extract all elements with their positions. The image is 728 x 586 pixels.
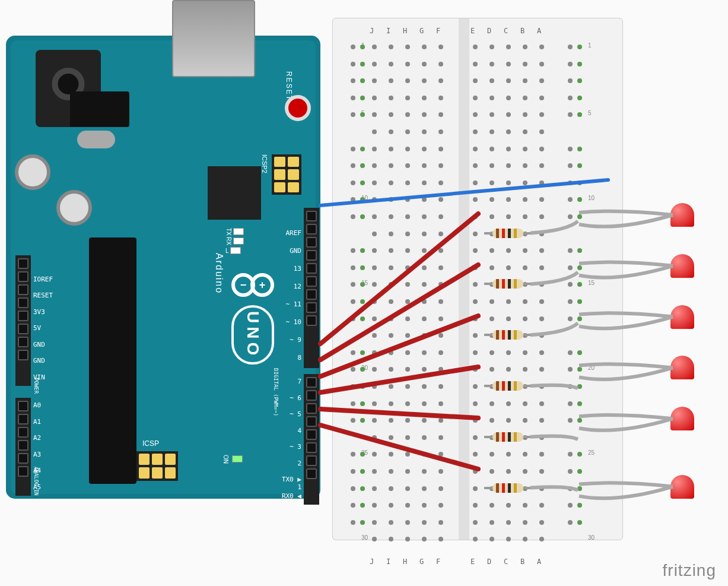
breadboard-hole [389, 367, 393, 372]
pin-hole [18, 453, 28, 464]
breadboard-hole [473, 350, 478, 355]
pin-label: A4 [33, 467, 41, 474]
breadboard-rail-hole [351, 45, 355, 49]
pin-hole [18, 350, 28, 360]
breadboard-rail-hole [568, 78, 573, 83]
breadboard-rail-hole [577, 197, 582, 202]
capacitor-1 [15, 154, 50, 190]
pin-label: ~ 11 [274, 300, 301, 308]
breadboard-hole [489, 96, 494, 100]
breadboard-rail-hole [568, 248, 573, 253]
breadboard-hole [523, 520, 527, 525]
breadboard-rail-hole [577, 486, 582, 491]
breadboard-col-label: B [520, 558, 524, 566]
breadboard-hole [422, 163, 427, 168]
pin-hole [306, 237, 317, 248]
breadboard-rail-hole [351, 163, 355, 168]
breadboard-hole [489, 45, 494, 49]
breadboard-hole [438, 78, 443, 83]
breadboard-hole [539, 163, 544, 168]
breadboard-hole [438, 180, 443, 185]
breadboard-rail-hole [360, 401, 365, 406]
breadboard-hole [438, 265, 443, 270]
breadboard-hole [473, 62, 478, 66]
breadboard-col-label: H [403, 558, 407, 566]
breadboard-hole [422, 384, 427, 389]
pin-label: 3V3 [33, 308, 45, 316]
breadboard-hole [438, 299, 443, 304]
breadboard-hole [539, 333, 544, 338]
reset-button[interactable] [285, 95, 311, 121]
breadboard-rail-hole [360, 96, 365, 100]
breadboard-hole [422, 469, 427, 474]
breadboard-rail-hole [351, 469, 355, 474]
breadboard-rail-hole [577, 45, 582, 49]
breadboard-hole [372, 62, 377, 66]
breadboard-hole [389, 333, 393, 338]
breadboard-hole [405, 333, 410, 338]
breadboard-hole [539, 232, 544, 236]
pin-label: IOREF [33, 275, 53, 283]
breadboard-hole [389, 418, 393, 423]
breadboard-hole [438, 45, 443, 49]
breadboard-hole [506, 248, 511, 253]
pin-label: 13 [274, 265, 301, 273]
breadboard-hole [422, 333, 427, 338]
breadboard-rail-hole [577, 265, 582, 270]
breadboard-hole [372, 163, 377, 168]
breadboard-rail-hole [351, 299, 355, 304]
breadboard-hole [422, 147, 427, 151]
breadboard-rail-hole [360, 45, 365, 49]
breadboard-hole [372, 486, 377, 491]
breadboard-hole [489, 78, 494, 83]
breadboard-row-num: 5 [588, 110, 592, 116]
breadboard-col-label: J [370, 558, 374, 566]
breadboard-hole [422, 112, 427, 117]
breadboard-rail-hole [568, 418, 573, 423]
pin-hole [306, 263, 317, 274]
breadboard-hole [372, 129, 377, 134]
breadboard-rail-hole [577, 248, 582, 253]
pin-hole [18, 440, 28, 451]
breadboard-rail-hole [568, 147, 573, 151]
breadboard-rail-hole [568, 282, 573, 287]
breadboard-hole [489, 469, 494, 474]
pin-hole [18, 466, 28, 477]
breadboard-hole [539, 62, 544, 66]
breadboard-rail-hole [360, 384, 365, 389]
breadboard-hole [473, 418, 478, 423]
breadboard-hole [539, 537, 544, 541]
breadboard-hole [389, 163, 393, 168]
breadboard-hole [405, 214, 410, 219]
breadboard-hole [389, 520, 393, 525]
pin-label: A2 [33, 434, 41, 442]
breadboard-hole [506, 214, 511, 219]
breadboard-hole [438, 129, 443, 134]
breadboard-hole [405, 537, 410, 541]
breadboard-hole [372, 452, 377, 457]
breadboard-hole [389, 96, 393, 100]
breadboard-rail-hole [360, 350, 365, 355]
resistor [484, 226, 532, 240]
breadboard-hole [372, 520, 377, 525]
breadboard-rail-hole [577, 62, 582, 66]
breadboard-hole [372, 503, 377, 508]
breadboard-hole [438, 197, 443, 202]
breadboard-hole [506, 503, 511, 508]
breadboard-hole [372, 469, 377, 474]
breadboard-hole [523, 214, 527, 219]
breadboard-hole [405, 129, 410, 134]
breadboard-col-label: E [471, 27, 475, 35]
pin-label: ~ 6 [274, 394, 301, 402]
pin-hole [306, 403, 317, 414]
breadboard-hole [506, 469, 511, 474]
breadboard-rail-hole [351, 78, 355, 83]
breadboard-hole [438, 96, 443, 100]
breadboard-hole [506, 180, 511, 185]
breadboard-hole [473, 265, 478, 270]
breadboard-col-label: G [419, 558, 424, 566]
breadboard-hole [489, 112, 494, 117]
breadboard-hole [372, 147, 377, 151]
breadboard-hole [473, 299, 478, 304]
breadboard-hole [405, 350, 410, 355]
